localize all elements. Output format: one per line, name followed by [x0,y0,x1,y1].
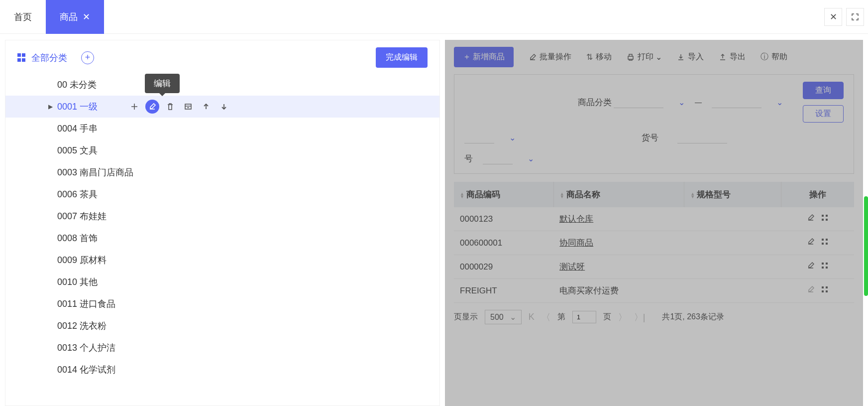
cell-spec [684,279,781,303]
help-button[interactable]: ⓘ帮助 [760,52,787,62]
col-name[interactable]: ▲▼商品名称 [553,182,684,207]
all-categories-link[interactable]: 全部分类 [17,52,67,64]
chevron-down-icon[interactable]: ⌄ [678,98,685,107]
filter-category-input-to[interactable] [712,96,761,108]
edit-row-icon[interactable] [807,286,815,295]
tree-item[interactable]: 0012 洗衣粉 [5,315,439,337]
tab-home[interactable]: 首页 [0,0,46,34]
col-spec[interactable]: ▲▼规格型号 [684,182,781,207]
filter-unknown-input-2[interactable] [483,152,513,164]
move-down-icon[interactable] [217,100,231,114]
export-button[interactable]: 导出 [719,52,746,62]
query-button[interactable]: 查询 [803,82,844,99]
cell-name[interactable]: 协同商品 [553,231,684,255]
filter-sku-input[interactable] [677,132,727,143]
edit-row-icon[interactable] [807,262,815,271]
finish-edit-button[interactable]: 完成编辑 [376,47,428,68]
prev-page-button[interactable]: 〈 [542,311,550,323]
svg-rect-6 [822,239,824,241]
close-icon[interactable]: ✕ [83,11,90,22]
col-code[interactable]: ▲▼商品编码 [454,182,553,207]
sort-icon[interactable]: ▲▼ [560,192,564,198]
tooltip: 编辑 [145,74,180,93]
cell-code: FREIGHT [454,279,553,303]
move-button[interactable]: ⇅移动 [586,52,612,62]
table-row[interactable]: 0000123默认仓库 [454,207,854,231]
edit-row-icon[interactable] [807,238,815,248]
cell-code: 0000123 [454,207,553,231]
col-ops: 操作 [781,182,854,207]
tree-item[interactable]: 0004 手串 [5,118,439,139]
tree-item[interactable]: 0013 个人护洁 [5,337,439,359]
add-child-icon[interactable] [127,100,141,114]
tree-item[interactable]: 0009 原材料 [5,249,439,271]
svg-rect-11 [826,263,828,265]
settings-button[interactable]: 设置 [803,105,844,123]
tree-item[interactable]: 0007 布娃娃 [5,205,439,227]
close-all-button[interactable]: ✕ [824,8,842,26]
page-number-input[interactable] [572,311,596,323]
feedback-accent[interactable] [864,196,868,296]
tree-item[interactable]: 0011 进口食品 [5,293,439,315]
category-tree[interactable]: 00 未分类 ▶ 0001 一级 [5,74,439,393]
filter-unknown-input-1[interactable] [464,132,494,143]
chevron-down-icon[interactable]: ⌄ [776,98,783,107]
per-page-select[interactable]: 500 ⌄ [485,310,522,324]
add-category-button[interactable]: + [81,51,94,64]
tab-products[interactable]: 商品 ✕ [46,0,104,34]
cell-ops [781,279,854,303]
tree-item[interactable]: 00 未分类 [5,74,439,96]
table-row[interactable]: 0000029测试呀 [454,255,854,279]
delete-icon[interactable] [163,100,177,114]
cell-name: 电商买家付运费 [553,279,684,303]
tab-bar: 首页 商品 ✕ ✕ [0,0,868,34]
page-prefix: 第 [557,312,565,322]
cell-name[interactable]: 默认仓库 [553,207,684,231]
svg-rect-15 [826,286,828,288]
table-row[interactable]: 000600001协同商品 [454,231,854,255]
tree-item[interactable]: 0003 南昌门店商品 [5,161,439,183]
chevron-down-icon[interactable]: ⌄ [528,154,534,163]
svg-rect-10 [822,263,824,265]
cell-ops [781,231,854,255]
edit-row-icon[interactable] [807,214,815,224]
print-button[interactable]: 打印 ⌄ [627,52,662,62]
move-up-icon[interactable] [199,100,213,114]
sort-icon[interactable]: ▲▼ [690,192,695,198]
tree-item-selected[interactable]: ▶ 0001 一级 [5,96,439,118]
product-table: ▲▼商品编码 ▲▼商品名称 ▲▼规格型号 操作 0000123默认仓库00060… [454,182,854,303]
archive-icon[interactable] [181,100,195,114]
tree-item[interactable]: 0008 首饰 [5,227,439,249]
batch-button[interactable]: 批量操作 [529,52,571,62]
svg-rect-7 [826,239,828,241]
sort-icon[interactable]: ▲▼ [460,192,464,198]
svg-rect-14 [822,286,824,288]
import-button[interactable]: 导入 [677,52,704,62]
tree-item[interactable]: 0006 茶具 [5,183,439,205]
fullscreen-button[interactable] [846,8,864,26]
next-page-button[interactable]: 〉 [618,311,627,323]
tree-item[interactable]: 0005 文具 [5,139,439,161]
tabbar-actions: ✕ [820,0,864,33]
cell-spec [684,207,781,231]
table-row[interactable]: FREIGHT电商买家付运费 [454,279,854,303]
tree-item[interactable]: 0010 其他 [5,271,439,293]
more-row-icon[interactable] [821,262,829,271]
more-row-icon[interactable] [821,214,829,224]
tree-item[interactable] [5,381,439,393]
more-row-icon[interactable] [821,238,829,248]
svg-rect-13 [826,267,828,269]
cell-name[interactable]: 测试呀 [553,255,684,279]
tree-item[interactable]: 0014 化学试剂 [5,359,439,381]
filter-category-input[interactable] [614,96,663,108]
add-product-button[interactable]: ＋ 新增商品 [454,47,514,67]
last-page-button[interactable]: 〉| [634,311,646,323]
chevron-down-icon[interactable]: ⌄ [509,133,516,142]
more-row-icon[interactable] [821,286,829,295]
caret-right-icon[interactable]: ▶ [48,103,53,110]
edit-icon[interactable] [145,100,159,114]
cell-ops [781,255,854,279]
cell-code: 000600001 [454,231,553,255]
svg-rect-17 [826,290,828,292]
first-page-button[interactable]: K [529,312,535,322]
